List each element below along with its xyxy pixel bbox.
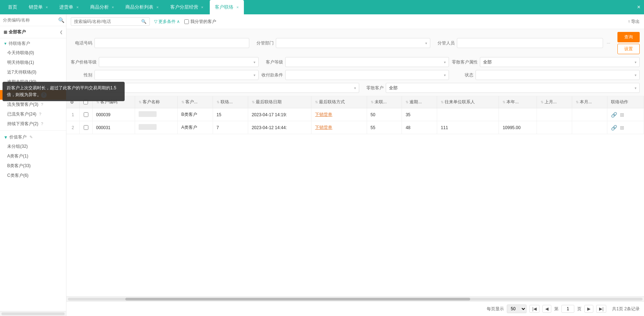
per-page-select[interactable]: 50 100 200 (507, 305, 527, 313)
window-close-button[interactable]: × (637, 4, 640, 10)
nav-tab-analysis-list-close[interactable]: × (156, 5, 158, 9)
filter-row-2: 客户价格等级 ▾ 客户等级 ▾ 零散客户属性 全部 (71, 57, 640, 67)
rebuy-anomaly-help-icon: ? (41, 92, 47, 98)
sort-icon-last-month: ⇅ (541, 100, 543, 104)
next-page-btn[interactable]: ▶ (584, 305, 593, 313)
row-1-last-contact-method[interactable]: 下销货单 (311, 108, 367, 121)
sidebar-item-lost[interactable]: 已流失客户(24) ? (0, 109, 66, 119)
filter-gender-field: 性别 ▾ (71, 70, 259, 80)
page-label: 第 (554, 306, 559, 312)
nav-tab-sales[interactable]: 销货单 × (24, 0, 53, 14)
sidebar-value-group[interactable]: ▼ 价值客户 ✎ (0, 132, 66, 142)
type-chevron-icon: ▾ (354, 86, 356, 90)
sidebar-item-tomorrow[interactable]: 明天待联络(1) (0, 58, 66, 67)
settings-button[interactable]: 设置 (617, 44, 640, 54)
sidebar-item-today[interactable]: 今天待联络(0) (0, 48, 66, 58)
table-row: 2 000031 A类客户 7 2023-04-12 14:44: 下销货单 5… (66, 121, 644, 134)
lost-pre-help-icon: ? (41, 102, 43, 107)
th-action: 联络动作 (607, 96, 644, 108)
nav-tab-customer-contact-close[interactable]: × (236, 5, 238, 9)
row-1-link-icon[interactable]: 🔗 (611, 112, 617, 118)
row-1-name[interactable] (135, 108, 178, 121)
my-customers-checkbox-area: 我分管的客户 (184, 19, 216, 25)
nav-tab-customer-segments[interactable]: 客户分层经营 × (165, 0, 208, 14)
retail-customer-select[interactable]: 全部 ▾ (386, 83, 640, 93)
select-all-checkbox[interactable] (83, 100, 88, 104)
row-2-more-icon[interactable]: ⊞ (620, 125, 624, 131)
query-button[interactable]: 查询 (617, 32, 640, 42)
sidebar-item-7days[interactable]: 近7天待联络(0) (0, 67, 66, 77)
nav-tab-purchase-close[interactable]: × (76, 5, 78, 9)
nav-tab-analysis-list[interactable]: 商品分析列表 × (120, 0, 163, 14)
th-contact-count: ⇅ 联络... (213, 96, 248, 108)
row-2-index: 2 (66, 121, 79, 134)
row-1-checkbox[interactable] (84, 112, 88, 117)
value-group-edit-icon[interactable]: ✎ (29, 135, 33, 140)
nav-tab-home[interactable]: 首页 (3, 0, 22, 14)
row-1-last-contact-date: 2023-04-17 14:19: (248, 108, 311, 121)
page-unit: 页 (577, 306, 582, 312)
page-input[interactable] (561, 305, 574, 313)
row-1-more-icon[interactable]: ⊞ (620, 112, 624, 118)
horizontal-scrollbar[interactable] (66, 296, 644, 301)
row-2-name[interactable] (135, 121, 178, 134)
type-select[interactable]: ▾ (105, 83, 359, 93)
export-button[interactable]: ↑ 导出 (628, 19, 640, 25)
nav-tab-purchase[interactable]: 进货单 × (54, 0, 83, 14)
sidebar-search-icon[interactable]: 🔍 (58, 17, 64, 23)
sidebar-item-lost-pre[interactable]: 流失预警客户(3) ? (0, 100, 66, 109)
price-grade-select[interactable]: ▾ (99, 57, 259, 67)
sidebar-item-ungroup[interactable]: 未分组(32) (0, 142, 66, 151)
sidebar-item-overdue[interactable]: 逾期未联络(30) (0, 77, 66, 87)
th-this-month: ⇅ 本月... (572, 96, 607, 108)
my-customers-checkbox[interactable] (184, 19, 189, 24)
dept-select[interactable]: ▾ (276, 38, 431, 48)
row-2-contact-count: 7 (213, 121, 248, 134)
retail-customer-chevron-icon: ▾ (635, 86, 636, 90)
nav-tab-analysis-close[interactable]: × (112, 5, 114, 9)
first-page-btn[interactable]: |◀ (529, 305, 539, 313)
sidebar-item-b-class[interactable]: B类客户(33) (0, 161, 66, 171)
sidebar-pending-group[interactable]: ▼ 待联络客户 (0, 38, 66, 48)
row-2-checkbox[interactable] (84, 125, 88, 130)
nav-tab-customer-segments-close[interactable]: × (201, 5, 203, 9)
manager-input[interactable] (457, 38, 603, 48)
filter-row-4: ··· 客户类型 ▾ 零散客户 全部 ▾ (71, 83, 640, 93)
last-page-btn[interactable]: ▶| (596, 305, 606, 313)
gender-select[interactable]: ▾ (94, 70, 259, 80)
row-2-checkbox-cell[interactable] (79, 121, 92, 134)
status-select[interactable]: ▾ (476, 70, 640, 80)
row4-dots[interactable]: ··· (71, 85, 77, 90)
customer-grade-select[interactable]: ▾ (285, 57, 449, 67)
nav-tab-sales-close[interactable]: × (46, 5, 48, 9)
phone-input[interactable] (94, 38, 249, 48)
sidebar-all-customers[interactable]: ⊞ 全部客户 ❮ (0, 26, 66, 38)
settings-icon: ⚙ (70, 100, 74, 105)
sidebar-item-c-class[interactable]: C类客户(6) (0, 171, 66, 180)
row-2-last-contact-method[interactable]: 下销货单 (311, 121, 367, 134)
sidebar-item-a-class[interactable]: A类客户(1) (0, 151, 66, 161)
retail-attr-select[interactable]: 全部 ▾ (480, 57, 640, 67)
manager-dots-btn[interactable]: ··· (605, 41, 612, 46)
collapse-icon[interactable]: ❮ (60, 30, 62, 34)
row-1-overdue: 35 (402, 108, 437, 121)
more-conditions-btn[interactable]: ▽ 更多条件 ∧ (154, 19, 180, 25)
nav-tab-customer-contact[interactable]: 客户联络 × (210, 0, 244, 14)
prev-page-btn[interactable]: ◀ (542, 305, 551, 313)
th-settings[interactable]: ⚙ (66, 96, 79, 108)
row-1-checkbox-cell[interactable] (79, 108, 92, 121)
th-customer-type: ⇅ 客户... (177, 96, 213, 108)
search-icon[interactable]: 🔍 (141, 19, 147, 24)
sidebar-item-declining[interactable]: 持续下滑客户(2) ? (0, 119, 66, 129)
content-area: 🔍 ▽ 更多条件 ∧ 我分管的客户 ↑ 导出 电话号码 (66, 14, 644, 316)
th-checkbox[interactable] (79, 96, 92, 108)
row-2-link-icon[interactable]: 🔗 (611, 125, 617, 131)
search-input[interactable] (74, 19, 140, 24)
th-company-contact: ⇅ 往来单位联系人 (437, 96, 499, 108)
sidebar-search-input[interactable] (3, 18, 57, 23)
sidebar-item-rebuy-anomaly[interactable]: 回购异常客户(2) ? (0, 90, 66, 100)
row-2-actions: 🔗 ⊞ (607, 121, 644, 134)
nav-tab-analysis[interactable]: 商品分析 × (85, 0, 119, 14)
payment-select[interactable]: ▾ (285, 70, 449, 80)
sort-icon-name: ⇅ (139, 100, 142, 104)
